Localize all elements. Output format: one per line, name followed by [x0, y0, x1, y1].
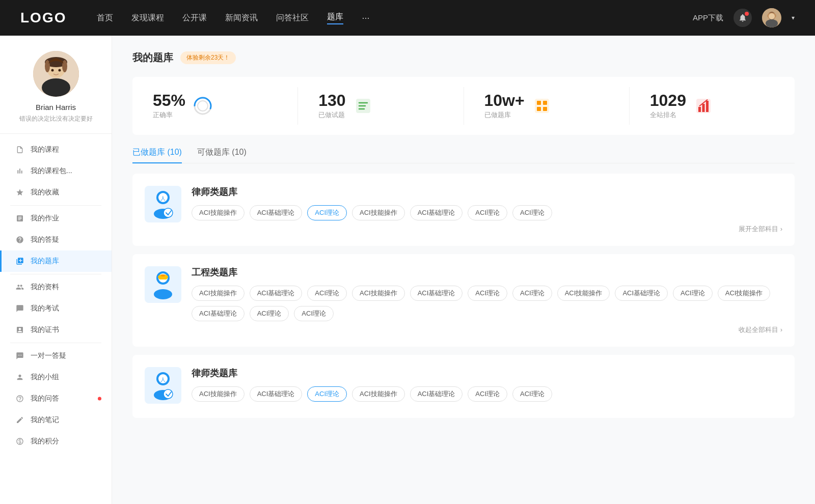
exam-icon [15, 304, 24, 313]
stat-accuracy-label: 正确率 [153, 110, 185, 120]
page-title: 我的题库 [132, 51, 173, 65]
main-content: 我的题库 体验剩余23天！ 55% 正确率 [112, 36, 815, 504]
file-icon [15, 145, 24, 154]
sidebar-item-courses[interactable]: 我的课程 [0, 139, 112, 160]
nav-right: APP下载 ▾ [693, 8, 795, 27]
expand-link-2[interactable]: 收起全部科目 › [192, 325, 782, 334]
tag-1-3[interactable]: ACI技能操作 [352, 205, 405, 220]
tag-1-5[interactable]: ACI理论 [468, 205, 507, 220]
sidebar-item-group[interactable]: 我的小组 [0, 367, 112, 388]
sidebar-item-qbank[interactable]: 我的题库 [0, 250, 112, 272]
tag-1-6[interactable]: ACI理论 [512, 205, 552, 220]
tag-2-12[interactable]: ACI理论 [250, 306, 289, 321]
tag-1-0[interactable]: ACI技能操作 [192, 205, 244, 220]
svg-point-4 [769, 13, 775, 19]
svg-point-44 [164, 389, 173, 399]
qbank-tags-2-row1: ACI技能操作 ACI基础理论 ACI理论 ACI技能操作 ACI基础理论 AC… [192, 286, 782, 321]
sidebar-item-homework[interactable]: 我的作业 [0, 208, 112, 229]
tag-1-4[interactable]: ACI基础理论 [410, 205, 463, 220]
nav-more[interactable]: ··· [362, 13, 369, 23]
tag-1-2[interactable]: ACI理论 [307, 205, 347, 220]
tab-done[interactable]: 已做题库 (10) [132, 147, 182, 163]
tag-3-6[interactable]: ACI理论 [512, 386, 552, 402]
chat-icon [15, 351, 24, 360]
nav-discover[interactable]: 发现课程 [131, 13, 164, 23]
tag-2-6[interactable]: ACI理论 [512, 286, 552, 301]
tag-2-3[interactable]: ACI技能操作 [352, 286, 405, 301]
tag-2-7[interactable]: ACI技能操作 [557, 286, 610, 301]
nav-news[interactable]: 新闻资讯 [225, 13, 258, 23]
sidebar-item-notes[interactable]: 我的笔记 [0, 409, 112, 431]
tag-1-1[interactable]: ACI基础理论 [250, 205, 303, 220]
svg-point-9 [45, 60, 50, 72]
qbank-icon-lawyer-1: 人 [145, 186, 181, 222]
nav-home[interactable]: 首页 [97, 13, 113, 23]
trial-badge: 体验剩余23天！ [180, 51, 236, 64]
svg-point-12 [58, 69, 61, 72]
group-icon [15, 373, 24, 382]
points-icon [15, 437, 24, 446]
svg-rect-23 [537, 107, 541, 111]
sidebar-item-my-questions[interactable]: 我的问答 [0, 388, 112, 409]
sidebar-item-one-on-one[interactable]: 一对一答疑 [0, 345, 112, 367]
svg-point-35 [154, 289, 172, 299]
tag-2-2[interactable]: ACI理论 [307, 286, 347, 301]
svg-text:人: 人 [160, 377, 166, 382]
tag-3-4[interactable]: ACI基础理论 [410, 386, 463, 402]
tag-3-5[interactable]: ACI理论 [468, 386, 507, 402]
divider-2 [10, 274, 101, 274]
sidebar-item-qa[interactable]: 我的答疑 [0, 229, 112, 250]
svg-point-11 [51, 69, 53, 72]
user-avatar[interactable] [762, 8, 781, 27]
tag-3-1[interactable]: ACI基础理论 [250, 386, 303, 402]
tabs-row: 已做题库 (10) 可做题库 (10) [132, 147, 795, 163]
notification-bell[interactable] [734, 9, 752, 27]
svg-rect-28 [706, 101, 709, 112]
app-download-button[interactable]: APP下载 [693, 13, 723, 23]
profile-motto: 错误的决定比没有决定要好 [19, 115, 93, 123]
sidebar-item-favorites[interactable]: 我的收藏 [0, 182, 112, 203]
sidebar-item-exam[interactable]: 我的考试 [0, 298, 112, 319]
tag-2-8[interactable]: ACI基础理论 [615, 286, 668, 301]
sidebar-item-points[interactable]: 我的积分 [0, 431, 112, 452]
tag-2-4[interactable]: ACI基础理论 [410, 286, 463, 301]
stat-rank-number: 1029 [650, 92, 686, 108]
tag-2-9[interactable]: ACI理论 [673, 286, 713, 301]
notification-dot [745, 12, 749, 16]
svg-rect-20 [535, 99, 549, 113]
svg-rect-24 [543, 107, 547, 111]
svg-point-10 [62, 60, 67, 72]
sidebar-item-cert[interactable]: 我的证书 [0, 319, 112, 341]
tag-2-10[interactable]: ACI技能操作 [718, 286, 771, 301]
tag-2-5[interactable]: ACI理论 [468, 286, 507, 301]
sidebar-item-course-pkg[interactable]: 我的课程包... [0, 160, 112, 182]
svg-text:人: 人 [160, 195, 166, 201]
svg-rect-21 [537, 101, 541, 105]
nav-qbank[interactable]: 题库 [327, 12, 343, 24]
user-menu-chevron[interactable]: ▾ [792, 14, 795, 21]
tag-3-0[interactable]: ACI技能操作 [192, 386, 244, 402]
qbank-content-2: 工程类题库 ACI技能操作 ACI基础理论 ACI理论 ACI技能操作 ACI基… [192, 266, 782, 334]
profile-avatar-image [33, 51, 79, 97]
tag-3-3[interactable]: ACI技能操作 [352, 386, 405, 402]
expand-link-1[interactable]: 展开全部科目 › [192, 225, 782, 234]
notes-icon [15, 415, 24, 425]
logo[interactable]: LOGO [20, 10, 66, 26]
tab-available[interactable]: 可做题库 (10) [197, 147, 247, 163]
qbank-card-1: 人 律师类题库 ACI技能操作 ACI基础理论 ACI理论 ACI技能操作 AC… [132, 174, 795, 246]
tag-2-13[interactable]: ACI理论 [294, 306, 334, 321]
qbank-tags-1: ACI技能操作 ACI基础理论 ACI理论 ACI技能操作 ACI基础理论 AC… [192, 205, 782, 220]
qbank-tags-3: ACI技能操作 ACI基础理论 ACI理论 ACI技能操作 ACI基础理论 AC… [192, 386, 782, 402]
qbank-title-2: 工程类题库 [192, 266, 782, 278]
stat-banks: 10w+ 已做题库 [464, 87, 630, 125]
navbar: LOGO 首页 发现课程 公开课 新闻资讯 问答社区 题库 ··· APP下载 [0, 0, 815, 36]
nav-qa[interactable]: 问答社区 [276, 13, 309, 23]
tag-2-11[interactable]: ACI基础理论 [192, 306, 244, 321]
profile-avatar[interactable] [33, 51, 79, 97]
nav-open-course[interactable]: 公开课 [182, 13, 207, 23]
tag-2-1[interactable]: ACI基础理论 [250, 286, 303, 301]
sidebar-item-profile-data[interactable]: 我的资料 [0, 276, 112, 298]
tag-2-0[interactable]: ACI技能操作 [192, 286, 244, 301]
tag-3-2[interactable]: ACI理论 [307, 386, 347, 402]
stat-accuracy-number: 55% [153, 92, 185, 108]
